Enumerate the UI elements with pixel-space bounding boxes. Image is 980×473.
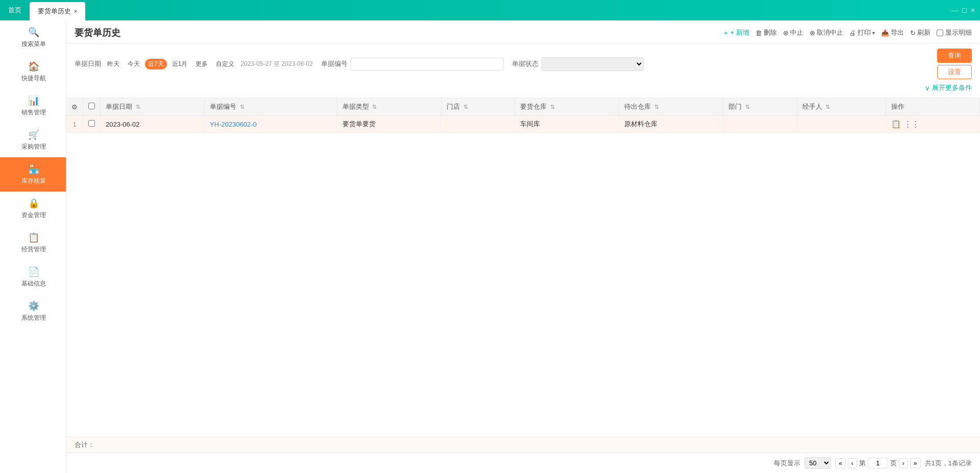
sidebar-label-operations: 经营管理 [21, 245, 46, 254]
filter-row: 单据日期 昨天 今天 近7天 近1月 更多 自定义 2023-05-27 至 2… [75, 49, 972, 79]
doc-status-label: 单据状态 [512, 59, 538, 68]
sidebar-label-quick-nav: 快捷导航 [21, 74, 46, 83]
cell-doc-type: 要货单要货 [337, 116, 441, 133]
first-page-button[interactable]: « [835, 458, 846, 468]
sort-icon-doc-type: ⇅ [372, 104, 377, 110]
page-input[interactable] [868, 458, 888, 468]
sort-icon-store: ⇅ [463, 104, 468, 110]
sidebar-item-finance[interactable]: 🔒 资金管理 [0, 192, 66, 226]
filter-area: 单据日期 昨天 今天 近7天 近1月 更多 自定义 2023-05-27 至 2… [66, 43, 980, 98]
data-table: ⚙ 单据日期 ⇅ 单据编号 ⇅ 单据类型 [66, 98, 980, 133]
date-shortcut-custom[interactable]: 自定义 [213, 59, 237, 69]
query-button[interactable]: 查询 [937, 49, 972, 63]
basic-info-icon: 📄 [28, 266, 39, 277]
print-button[interactable]: 🖨 打印 ▾ [849, 28, 875, 37]
th-settings[interactable]: ⚙ [66, 98, 83, 116]
date-shortcut-7days[interactable]: 近7天 [145, 59, 167, 69]
th-pending-warehouse[interactable]: 待出仓库 ⇅ [619, 98, 723, 116]
th-doc-date[interactable]: 单据日期 ⇅ [101, 98, 205, 116]
stop-button[interactable]: ⊗ 中止 [783, 28, 803, 37]
sidebar: 🔍 搜索菜单 🏠 快捷导航 📊 销售管理 🛒 采购管理 🏪 库存核算 🔒 资金管… [0, 20, 66, 473]
table-row: 1 2023-06-02 YH-20230602-0 要货单要货 [66, 116, 980, 133]
tab-history[interactable]: 要货单历史 × [30, 2, 85, 20]
finance-icon: 🔒 [28, 198, 39, 209]
date-filter-group: 单据日期 昨天 今天 近7天 近1月 更多 自定义 2023-05-27 至 2… [75, 59, 313, 69]
show-detail-checkbox[interactable] [937, 30, 943, 36]
th-store[interactable]: 门店 ⇅ [441, 98, 514, 116]
row-more-icon[interactable]: ⋮⋮ [904, 120, 919, 129]
cell-actions: 📋 ⋮⋮ [886, 116, 979, 133]
new-button[interactable]: + + 新增 [724, 28, 749, 37]
delete-icon: 🗑 [755, 29, 762, 37]
sidebar-item-system[interactable]: ⚙️ 系统管理 [0, 294, 66, 328]
sidebar-label-finance: 资金管理 [21, 211, 46, 220]
window-close-icon[interactable]: × [971, 6, 975, 14]
top-bar: 首页 要货单历史 × — □ × [0, 0, 980, 20]
sidebar-item-search-menu[interactable]: 🔍 搜索菜单 [0, 20, 66, 55]
doc-no-link[interactable]: YH-20230602-0 [210, 121, 257, 128]
prev-page-button[interactable]: ‹ [848, 458, 857, 468]
refresh-icon: ↻ [910, 29, 916, 37]
sidebar-label-basic-info: 基础信息 [21, 279, 46, 288]
th-dept[interactable]: 部门 ⇅ [723, 98, 797, 116]
sidebar-item-quick-nav[interactable]: 🏠 快捷导航 [0, 55, 66, 89]
expand-filter-button[interactable]: ∨ 展开更多条件 [925, 83, 972, 92]
summary-label: 合计： [75, 440, 94, 450]
cell-req-warehouse: 车间库 [515, 116, 619, 133]
row-checkbox[interactable] [88, 120, 95, 127]
tab-home[interactable]: 首页 [0, 0, 30, 20]
cancel-stop-icon: ⊗ [810, 29, 815, 37]
inventory-icon: 🏪 [28, 163, 39, 175]
page-label: 第 [859, 459, 866, 468]
next-page-button[interactable]: › [899, 458, 908, 468]
th-handler[interactable]: 经手人 ⇅ [797, 98, 886, 116]
date-range-display: 2023-05-27 至 2023-06-02 [240, 60, 312, 68]
delete-button[interactable]: 🗑 删除 [755, 28, 777, 37]
last-page-button[interactable]: » [910, 458, 921, 468]
sidebar-item-sales[interactable]: 📊 销售管理 [0, 89, 66, 123]
date-shortcuts: 昨天 今天 近7天 近1月 更多 自定义 [104, 59, 237, 69]
doc-date-label: 单据日期 [75, 59, 101, 68]
row-view-icon[interactable]: 📋 [891, 120, 901, 129]
doc-status-select[interactable] [542, 57, 644, 71]
summary-bar: 合计： [66, 437, 980, 453]
th-actions: 操作 [886, 98, 979, 116]
date-shortcut-more[interactable]: 更多 [192, 59, 211, 69]
page-suffix: 页 [890, 459, 897, 468]
sidebar-item-basic-info[interactable]: 📄 基础信息 [0, 260, 66, 294]
sort-icon-handler: ⇅ [825, 104, 830, 110]
export-button[interactable]: 📤 导出 [881, 28, 904, 37]
cell-doc-no: YH-20230602-0 [205, 116, 337, 133]
settings-button[interactable]: 设置 [937, 65, 972, 79]
minimize-icon[interactable]: — [951, 6, 958, 14]
sidebar-label-system: 系统管理 [21, 314, 46, 322]
stop-icon: ⊗ [783, 29, 789, 37]
operations-icon: 📋 [28, 232, 39, 243]
doc-no-filter-group: 单据编号 [321, 58, 504, 70]
maximize-icon[interactable]: □ [962, 6, 966, 14]
cancel-stop-button[interactable]: ⊗ 取消中止 [810, 28, 843, 37]
system-icon: ⚙️ [28, 300, 39, 312]
select-all-checkbox[interactable] [88, 103, 95, 109]
per-page-select[interactable]: 50 10 20 100 [804, 457, 831, 469]
th-doc-no[interactable]: 单据编号 ⇅ [205, 98, 337, 116]
row-actions: 📋 ⋮⋮ [891, 120, 974, 129]
date-shortcut-1month[interactable]: 近1月 [169, 59, 191, 69]
th-checkbox [83, 98, 101, 116]
cell-dept [723, 116, 797, 133]
th-doc-type[interactable]: 单据类型 ⇅ [337, 98, 441, 116]
sidebar-label-sales: 销售管理 [21, 108, 46, 117]
sort-icon-doc-date: ⇅ [136, 104, 140, 110]
sidebar-item-operations[interactable]: 📋 经营管理 [0, 226, 66, 260]
print-dropdown-icon[interactable]: ▾ [872, 30, 875, 36]
date-shortcut-yesterday[interactable]: 昨天 [104, 59, 122, 69]
sidebar-item-purchase[interactable]: 🛒 采购管理 [0, 123, 66, 157]
sidebar-item-inventory[interactable]: 🏪 库存核算 [0, 157, 66, 192]
home-icon: 🏠 [28, 61, 39, 72]
doc-no-input[interactable] [351, 58, 504, 70]
refresh-button[interactable]: ↻ 刷新 [910, 28, 930, 37]
tab-close-icon[interactable]: × [74, 8, 77, 14]
purchase-icon: 🛒 [28, 129, 39, 140]
date-shortcut-today[interactable]: 今天 [125, 59, 143, 69]
th-req-warehouse[interactable]: 要货仓库 ⇅ [515, 98, 619, 116]
